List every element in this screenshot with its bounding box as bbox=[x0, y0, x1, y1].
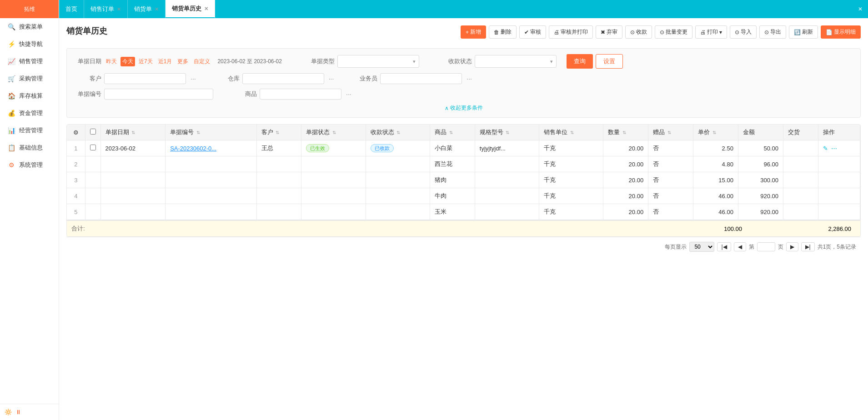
sort-product-icon: ⇅ bbox=[449, 130, 453, 135]
warehouse-input[interactable] bbox=[242, 73, 324, 84]
row-checkbox-1[interactable] bbox=[90, 145, 96, 150]
product-input[interactable] bbox=[260, 89, 341, 100]
abandon-button[interactable]: ✖ 弃审 bbox=[596, 25, 622, 39]
tab-sales-goods-close[interactable]: ✕ bbox=[155, 6, 159, 12]
doc-no-link-1[interactable]: SA-20230602-0... bbox=[170, 145, 216, 152]
shortcut-1month[interactable]: 近1月 bbox=[156, 57, 174, 66]
doc-no-input[interactable] bbox=[104, 89, 213, 100]
tab-sales-order[interactable]: 销售订单 ✕ bbox=[84, 0, 128, 18]
warehouse-dots[interactable]: ··· bbox=[329, 75, 334, 82]
collect-button[interactable]: ⊙ 收款 bbox=[625, 25, 652, 39]
tab-sales-history[interactable]: 销货单历史 ✕ bbox=[166, 0, 215, 18]
shortcut-more[interactable]: 更多 bbox=[176, 57, 190, 66]
customer-dots[interactable]: ··· bbox=[191, 75, 196, 82]
doc-no-label: 单据编号 bbox=[74, 90, 101, 98]
pause-icon[interactable]: ⏸ bbox=[15, 409, 21, 415]
import-button[interactable]: ⊙ 导入 bbox=[730, 25, 757, 39]
salesperson-dots[interactable]: ··· bbox=[467, 75, 472, 82]
sidebar-item-purchase-mgmt[interactable]: 🛒 采购管理 bbox=[0, 70, 59, 87]
sidebar-item-search-menu[interactable]: 🔍 搜索菜单 bbox=[0, 18, 59, 35]
th-unit[interactable]: 销售单位 ⇅ bbox=[539, 125, 603, 140]
select-all-checkbox[interactable] bbox=[90, 129, 96, 135]
shortcut-today[interactable]: 今天 bbox=[120, 57, 135, 66]
sidebar-item-sales-mgmt[interactable]: 📈 销售管理 bbox=[0, 53, 59, 70]
tab-sales-history-close[interactable]: ✕ bbox=[204, 6, 208, 12]
td-check-2 bbox=[85, 156, 100, 172]
sort-unitprice-icon: ⇅ bbox=[712, 130, 716, 135]
set-button[interactable]: 设置 bbox=[596, 54, 623, 69]
td-paymentstatus-5 bbox=[366, 204, 430, 220]
th-gift[interactable]: 赠品 ⇅ bbox=[648, 125, 693, 140]
th-customer[interactable]: 客户 ⇅ bbox=[256, 125, 301, 140]
th-settings[interactable]: ⚙ bbox=[67, 125, 85, 140]
th-unit-price[interactable]: 单价 ⇅ bbox=[693, 125, 738, 140]
page-size-select[interactable]: 20 50 100 bbox=[689, 242, 714, 252]
show-detail-button[interactable]: 📄 显示明细 bbox=[821, 25, 861, 39]
product-dots[interactable]: ··· bbox=[346, 90, 351, 98]
print-button[interactable]: 🖨 打印 ▾ bbox=[695, 25, 727, 39]
payment-status-select[interactable] bbox=[475, 55, 557, 68]
td-rowno-1: 1 bbox=[67, 140, 85, 156]
th-spec[interactable]: 规格型号 ⇅ bbox=[475, 125, 539, 140]
import-icon: ⊙ bbox=[735, 29, 739, 35]
next-page-button[interactable]: ▶ bbox=[786, 242, 798, 251]
th-doc-status[interactable]: 单据状态 ⇅ bbox=[301, 125, 366, 140]
tab-sales-order-close[interactable]: ✕ bbox=[117, 6, 121, 12]
td-actions-4 bbox=[818, 188, 860, 204]
prev-page-button[interactable]: ◀ bbox=[734, 242, 746, 251]
export-button[interactable]: ⊙ 导出 bbox=[759, 25, 786, 39]
sidebar-item-inventory[interactable]: 🏠 库存核算 bbox=[0, 87, 59, 105]
last-page-button[interactable]: ▶| bbox=[801, 242, 815, 251]
first-page-button[interactable]: |◀ bbox=[717, 242, 731, 251]
th-doc-no[interactable]: 单据编号 ⇅ bbox=[166, 125, 256, 140]
batch-change-button[interactable]: ⊙ 批量变更 bbox=[655, 25, 692, 39]
td-actions-5 bbox=[818, 204, 860, 220]
tab-home[interactable]: 首页 bbox=[59, 0, 84, 18]
td-date-3 bbox=[100, 172, 166, 188]
td-qty-1: 20.00 bbox=[603, 140, 648, 156]
more-icon-1[interactable]: ⋯ bbox=[831, 145, 837, 152]
sidebar-item-basic-info[interactable]: 📋 基础信息 bbox=[0, 139, 59, 156]
td-transaction-4 bbox=[783, 188, 818, 204]
td-product-1: 小白菜 bbox=[430, 140, 475, 156]
page-number-input[interactable]: 1 bbox=[757, 242, 775, 251]
refresh-button[interactable]: 🔃 刷新 bbox=[789, 25, 818, 39]
add-button[interactable]: + 新增 bbox=[461, 25, 486, 39]
td-customer-2 bbox=[256, 156, 301, 172]
sidebar-item-sys-mgmt[interactable]: ⚙ 系统管理 bbox=[0, 156, 59, 174]
th-date[interactable]: 单据日期 ⇅ bbox=[100, 125, 166, 140]
td-docstatus-4 bbox=[301, 188, 366, 204]
close-all-tabs[interactable]: ✕ bbox=[853, 6, 868, 12]
td-paymentstatus-1: 已收款 bbox=[366, 140, 430, 156]
shortcut-7days[interactable]: 近7天 bbox=[137, 57, 155, 66]
brightness-icon[interactable]: 🔆 bbox=[5, 409, 12, 415]
sidebar-item-finance[interactable]: 💰 资金管理 bbox=[0, 105, 59, 122]
audit-print-button[interactable]: 🖨 审核并打印 bbox=[549, 25, 593, 39]
settings-icon[interactable]: ⚙ bbox=[73, 129, 79, 136]
shortcut-custom[interactable]: 自定义 bbox=[192, 57, 212, 66]
td-gift-3: 否 bbox=[648, 172, 693, 188]
collapse-button[interactable]: ∧ 收起更多条件 bbox=[445, 104, 483, 112]
td-docno-4 bbox=[166, 188, 256, 204]
delete-button[interactable]: 🗑 删除 bbox=[489, 25, 517, 39]
th-product[interactable]: 商品 ⇅ bbox=[430, 125, 475, 140]
customer-input[interactable] bbox=[104, 73, 186, 84]
pagination: 每页显示 20 50 100 |◀ ◀ 第 1 页 ▶ ▶| 共1页，5条记录 bbox=[66, 237, 861, 256]
th-qty[interactable]: 数量 ⇅ bbox=[603, 125, 648, 140]
doc-type-select[interactable] bbox=[337, 55, 419, 68]
td-date-1: 2023-06-02 bbox=[100, 140, 166, 156]
shortcut-yesterday[interactable]: 昨天 bbox=[104, 57, 119, 66]
audit-button[interactable]: ✔ 审核 bbox=[519, 25, 546, 39]
tab-sales-goods[interactable]: 销货单 ✕ bbox=[128, 0, 166, 18]
edit-icon-1[interactable]: ✎ bbox=[823, 145, 828, 152]
sys-mgmt-icon: ⚙ bbox=[7, 161, 15, 169]
td-unitprice-3: 15.00 bbox=[693, 172, 738, 188]
sidebar-item-operations[interactable]: 📊 经营管理 bbox=[0, 122, 59, 139]
th-transaction: 交货 bbox=[783, 125, 818, 140]
salesperson-input[interactable] bbox=[380, 73, 462, 84]
td-unit-4: 千克 bbox=[539, 188, 603, 204]
sidebar-item-quick-nav[interactable]: ⚡ 快捷导航 bbox=[0, 35, 59, 53]
td-actions-3 bbox=[818, 172, 860, 188]
query-button[interactable]: 查询 bbox=[567, 54, 593, 69]
th-payment-status[interactable]: 收款状态 ⇅ bbox=[366, 125, 430, 140]
